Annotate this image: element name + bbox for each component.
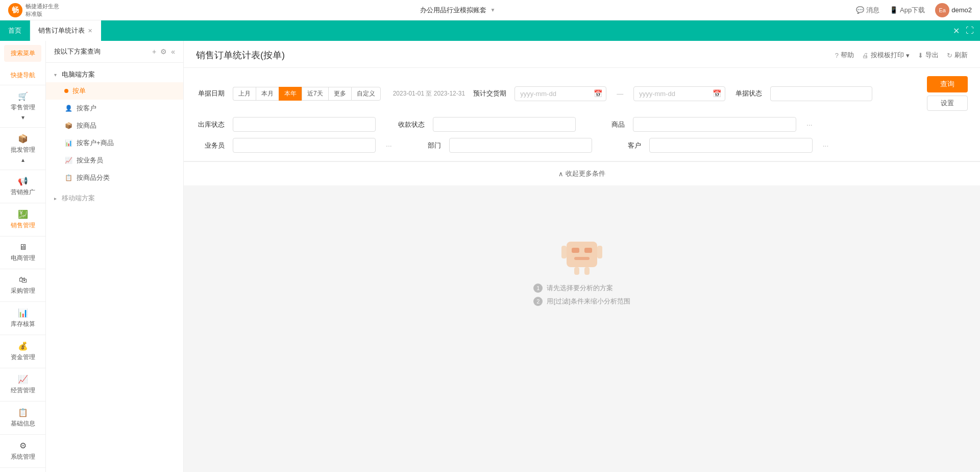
help-action[interactable]: ? 帮助 bbox=[835, 51, 854, 60]
salesperson-input[interactable] bbox=[233, 138, 376, 153]
wholesale-icon: 📦 bbox=[18, 134, 28, 144]
tab-bar-actions: ✕ ⛶ bbox=[947, 20, 980, 41]
company-dropdown-arrow[interactable]: ▼ bbox=[491, 7, 496, 13]
expected-date-start-input[interactable] bbox=[514, 86, 606, 101]
sidebar-item-retail[interactable]: 🛒 零售管理 ▾ bbox=[0, 85, 45, 128]
tip1-num: 1 bbox=[533, 284, 543, 293]
tab-home[interactable]: 首页 bbox=[0, 20, 30, 41]
date-dash-separator: — bbox=[617, 90, 623, 98]
sidebar-item-system[interactable]: ⚙ 系统管理 bbox=[0, 435, 45, 468]
delivery-status-label: 出库状态 bbox=[196, 120, 225, 129]
sidebar-item-purchase-label: 采购管理 bbox=[11, 287, 35, 295]
action-btns: 查询 设置 bbox=[927, 76, 968, 111]
print-action[interactable]: 🖨 按模板打印 ▾ bbox=[862, 51, 910, 60]
analysis-item-by-customer-product[interactable]: 📊 按客户+商品 bbox=[46, 134, 183, 152]
salesperson-field bbox=[233, 138, 376, 153]
svg-rect-4 bbox=[561, 246, 567, 258]
date-btn-7days[interactable]: 近7天 bbox=[302, 87, 328, 101]
sidebar-item-operations[interactable]: 📈 经营管理 bbox=[0, 368, 45, 402]
sidebar-item-purchase[interactable]: 🛍 采购管理 bbox=[0, 269, 45, 302]
inventory-icon: 📊 bbox=[18, 308, 28, 318]
date-btn-custom[interactable]: 自定义 bbox=[351, 87, 381, 101]
pc-group-header[interactable]: ▾ 电脑端方案 bbox=[46, 67, 183, 82]
department-label: 部门 bbox=[412, 141, 441, 150]
sidebar-top: 搜索菜单 bbox=[0, 41, 45, 66]
top-bar-center: 办公用品行业模拟账套 ▼ bbox=[420, 6, 496, 15]
analysis-item-by-customer[interactable]: 👤 按客户 bbox=[46, 100, 183, 117]
retail-icon: 🛒 bbox=[18, 91, 28, 101]
tab-close-icon[interactable]: ✕ bbox=[88, 28, 92, 34]
sidebar-item-marketing[interactable]: 📢 营销推广 bbox=[0, 170, 45, 203]
salesperson-label: 业务员 bbox=[196, 141, 225, 150]
analysis-item-by-salesperson[interactable]: 📈 按业务员 bbox=[46, 152, 183, 169]
page-header: 销售订单统计表(按单) ? 帮助 🖨 按模板打印 ▾ ⬇ 导出 bbox=[184, 41, 980, 68]
user-area[interactable]: Ea demo2 bbox=[935, 3, 972, 17]
settings-scheme-btn[interactable]: ⚙ bbox=[160, 48, 167, 56]
product-dots[interactable]: ··· bbox=[806, 121, 813, 129]
message-action[interactable]: 💬 消息 bbox=[856, 6, 879, 15]
analysis-item-by-category[interactable]: 📋 按商品分类 bbox=[46, 169, 183, 186]
sidebar: 搜索菜单 快捷导航 🛒 零售管理 ▾ 📦 批发管理 ▴ 📢 营销推广 💹 销售管… bbox=[0, 41, 46, 472]
empty-svg bbox=[551, 226, 612, 277]
company-name: 办公用品行业模拟账套 bbox=[420, 6, 486, 15]
main-layout: 搜索菜单 快捷导航 🛒 零售管理 ▾ 📦 批发管理 ▴ 📢 营销推广 💹 销售管… bbox=[0, 41, 980, 472]
message-icon: 💬 bbox=[856, 6, 864, 14]
sidebar-item-ecommerce[interactable]: 🖥 电商管理 bbox=[0, 237, 45, 269]
export-action[interactable]: ⬇ 导出 bbox=[918, 51, 939, 60]
department-select[interactable] bbox=[449, 138, 592, 153]
mobile-group-header[interactable]: ▸ 移动端方案 bbox=[46, 191, 183, 206]
analysis-item-by-customer-product-label: 按客户+商品 bbox=[77, 138, 114, 148]
settings-button[interactable]: 设置 bbox=[927, 96, 968, 111]
sidebar-item-finance[interactable]: 💰 资金管理 bbox=[0, 335, 45, 368]
window-maximize-btn[interactable]: ⛶ bbox=[966, 26, 974, 35]
export-label: 导出 bbox=[925, 51, 939, 60]
logo-text: 畅捷通好生意 标准版 bbox=[26, 3, 59, 17]
left-panel-header: 按以下方案查询 + ⚙ « bbox=[46, 41, 183, 63]
sidebar-item-operations-label: 经营管理 bbox=[11, 386, 35, 395]
search-menu-button[interactable]: 搜索菜单 bbox=[4, 45, 41, 62]
date-btn-this-year[interactable]: 本年 bbox=[279, 87, 302, 101]
print-label: 按模板打印 bbox=[871, 51, 904, 60]
app-download-action[interactable]: 📱 App下载 bbox=[890, 6, 925, 15]
customer-dots[interactable]: ··· bbox=[823, 141, 829, 150]
app-download-label: App下载 bbox=[900, 6, 925, 15]
salesperson-dots[interactable]: ··· bbox=[386, 141, 392, 150]
delivery-status-select[interactable] bbox=[233, 117, 376, 132]
product-input[interactable] bbox=[633, 117, 796, 132]
quick-nav[interactable]: 快捷导航 bbox=[0, 66, 45, 85]
date-label: 单据日期 bbox=[196, 89, 225, 98]
collapse-panel-btn[interactable]: « bbox=[171, 48, 175, 56]
logo-line2: 标准版 bbox=[26, 10, 59, 17]
date-btn-last-month[interactable]: 上月 bbox=[233, 87, 256, 101]
collapse-conditions-btn[interactable]: ∧ 收起更多条件 bbox=[548, 166, 616, 181]
sidebar-item-inventory[interactable]: 📊 库存核算 bbox=[0, 302, 45, 335]
add-scheme-btn[interactable]: + bbox=[152, 48, 156, 56]
sidebar-item-sales[interactable]: 💹 销售管理 bbox=[0, 203, 45, 237]
marketing-icon: 📢 bbox=[18, 176, 28, 186]
window-close-btn[interactable]: ✕ bbox=[953, 26, 960, 36]
logo-line1: 畅捷通好生意 bbox=[26, 3, 59, 10]
order-status-select[interactable] bbox=[770, 86, 872, 101]
search-button[interactable]: 查询 bbox=[927, 76, 968, 92]
product-label: 商品 bbox=[596, 120, 625, 129]
date-btn-more[interactable]: 更多 bbox=[328, 87, 351, 101]
page-header-actions: ? 帮助 🖨 按模板打印 ▾ ⬇ 导出 ↻ 刷新 bbox=[835, 51, 968, 60]
empty-tips: 1 请先选择要分析的方案 2 用[过滤]条件来缩小分析范围 bbox=[533, 284, 630, 306]
analysis-item-by-product[interactable]: 📦 按商品 bbox=[46, 117, 183, 134]
customer-input[interactable] bbox=[649, 138, 813, 153]
collection-status-select[interactable] bbox=[433, 117, 576, 132]
tab-order-stats[interactable]: 销售订单统计表 ✕ bbox=[30, 20, 101, 41]
finance-icon: 💰 bbox=[18, 341, 28, 351]
content-area: 按以下方案查询 + ⚙ « ▾ 电脑端方案 按单 👤 按客 bbox=[46, 41, 980, 472]
date-btn-this-month[interactable]: 本月 bbox=[256, 87, 279, 101]
help-icon: ? bbox=[835, 52, 839, 59]
refresh-action[interactable]: ↻ 刷新 bbox=[947, 51, 968, 60]
basic-icon: 📋 bbox=[18, 408, 28, 417]
sidebar-item-basic[interactable]: 📋 基础信息 bbox=[0, 402, 45, 435]
sidebar-item-enterprise[interactable]: 🤝 企业协同 bbox=[0, 468, 45, 472]
delivery-status-field bbox=[233, 117, 376, 132]
expected-date-end-input[interactable] bbox=[633, 86, 725, 101]
order-status-field bbox=[770, 86, 872, 101]
sidebar-item-wholesale[interactable]: 📦 批发管理 ▴ bbox=[0, 128, 45, 170]
analysis-item-by-order[interactable]: 按单 bbox=[46, 82, 183, 100]
